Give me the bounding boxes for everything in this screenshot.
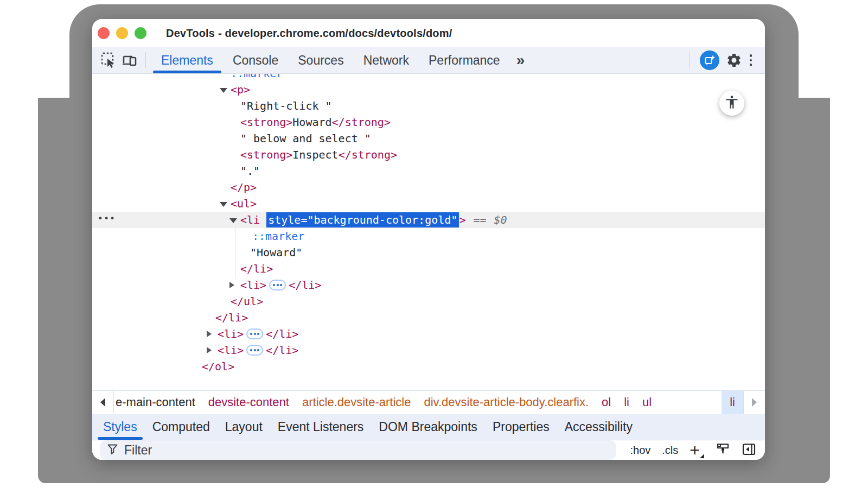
toolbar-right-divider: [690, 52, 690, 68]
ai-assistance-icon[interactable]: [700, 50, 719, 70]
tab-layout[interactable]: Layout: [218, 414, 270, 440]
device-toolbar-icon[interactable]: [119, 50, 140, 71]
devtools-toolbar: ElementsConsoleSourcesNetworkPerformance…: [92, 47, 765, 74]
code-tag: </strong>: [339, 148, 397, 161]
dom-node[interactable]: ::marker: [92, 74, 765, 81]
accessibility-icon: [724, 94, 739, 112]
code-tag: <strong>: [240, 148, 292, 161]
code-tag: <li>: [218, 344, 244, 357]
expand-ellipsis-button[interactable]: [246, 328, 263, 339]
expand-arrow-down-icon[interactable]: [220, 88, 227, 93]
dom-node[interactable]: </li>: [92, 309, 765, 326]
settings-gear-icon[interactable]: [724, 50, 744, 71]
dom-node[interactable]: <strong>Howard</strong>: [92, 114, 765, 130]
dom-node[interactable]: </ol>: [92, 358, 765, 375]
new-style-rule-plus-icon[interactable]: +: [690, 441, 704, 459]
breadcrumb-item[interactable]: ol: [602, 395, 611, 409]
window-titlebar: DevTools - developer.chrome.com/docs/dev…: [92, 19, 765, 47]
tab-elements[interactable]: Elements: [151, 47, 223, 73]
filter-field[interactable]: [100, 440, 616, 460]
dom-node[interactable]: <p>: [92, 81, 765, 98]
code-tag: <li>: [218, 327, 244, 340]
dom-tree-panel: ::marker<p>"Right-click "<strong>Howard<…: [92, 74, 765, 390]
breadcrumb-item[interactable]: devsite-content: [208, 395, 289, 409]
breadcrumb-item-selected[interactable]: li: [722, 391, 743, 414]
traffic-light-zoom-button[interactable]: [135, 27, 146, 39]
filter-input[interactable]: [124, 443, 609, 458]
dom-node[interactable]: <li></li>: [92, 277, 765, 293]
tab-dom-breakpoints[interactable]: DOM Breakpoints: [371, 414, 485, 440]
breadcrumb-scroll-left-button[interactable]: [92, 391, 114, 414]
more-tabs-icon[interactable]: »: [510, 53, 531, 68]
code-tag: <li>: [240, 279, 266, 292]
code-tag: <strong>: [240, 116, 292, 129]
inspect-icon[interactable]: [99, 50, 119, 71]
tab-network[interactable]: Network: [354, 47, 419, 73]
expand-arrow-down-icon[interactable]: [220, 202, 227, 207]
node-options-dots-icon[interactable]: •••: [98, 211, 116, 227]
traffic-light-minimize-button[interactable]: [116, 27, 128, 39]
dom-node[interactable]: <strong>Inspect</strong>: [92, 147, 765, 163]
dom-node[interactable]: ".": [92, 163, 765, 179]
code-tag: </li>: [266, 344, 298, 357]
expand-arrow-right-icon[interactable]: [207, 347, 212, 353]
styles-filter-bar: :hov .cls +: [92, 440, 765, 460]
tab-performance[interactable]: Performance: [419, 47, 510, 73]
devtools-window: DevTools - developer.chrome.com/docs/dev…: [92, 19, 765, 460]
styles-panel-tabs: StylesComputedLayoutEvent ListenersDOM B…: [92, 414, 765, 440]
rendering-brush-icon[interactable]: [716, 442, 730, 459]
code-tag: </strong>: [332, 116, 391, 129]
code-tag: </li>: [289, 279, 321, 292]
code-tag: </p>: [231, 181, 257, 194]
tab-properties[interactable]: Properties: [485, 414, 557, 440]
breadcrumb-item[interactable]: article.devsite-article: [302, 395, 411, 409]
dom-node[interactable]: </p>: [92, 179, 765, 195]
breadcrumb: e-main-contentdevsite-contentarticle.dev…: [114, 391, 743, 414]
dom-node[interactable]: "Howard": [92, 244, 765, 261]
code-text: Inspect: [292, 148, 338, 161]
window-title: DevTools - developer.chrome.com/docs/dev…: [166, 27, 452, 40]
code-tag: </li>: [240, 262, 273, 275]
breadcrumb-item[interactable]: ul: [642, 395, 652, 409]
dom-node[interactable]: "Right-click ": [92, 98, 765, 114]
code-tag: </li>: [215, 311, 248, 324]
code-selattr[interactable]: style="background-color:gold": [266, 212, 459, 227]
accessibility-button[interactable]: [719, 91, 744, 116]
traffic-light-close-button[interactable]: [98, 27, 110, 39]
tab-computed[interactable]: Computed: [145, 414, 218, 440]
toggle-classes-button[interactable]: .cls: [662, 444, 678, 457]
code-tag: </li>: [266, 327, 298, 340]
funnel-icon: [107, 444, 118, 457]
tab-event-listeners[interactable]: Event Listeners: [270, 414, 372, 440]
code-text: " below and select ": [240, 132, 371, 145]
dom-node[interactable]: <li></li>: [92, 326, 765, 342]
toggle-sidebar-icon[interactable]: [742, 442, 756, 459]
more-options-kebab-icon[interactable]: [744, 51, 758, 69]
expand-ellipsis-button[interactable]: [246, 345, 263, 356]
breadcrumb-scroll-right-button[interactable]: [743, 391, 765, 414]
expand-arrow-right-icon[interactable]: [229, 282, 234, 288]
dom-node[interactable]: <li></li>: [92, 342, 765, 358]
code-tag: </ul>: [231, 295, 263, 308]
expand-arrow-right-icon[interactable]: [207, 331, 212, 337]
code-dollar: $0: [494, 213, 507, 226]
code-tag: <ul>: [231, 197, 257, 210]
toolbar-divider: [145, 52, 146, 68]
dom-node[interactable]: </ul>: [92, 293, 765, 309]
dom-node[interactable]: <ul>: [92, 195, 765, 212]
expand-arrow-down-icon[interactable]: [229, 218, 237, 223]
breadcrumb-item[interactable]: div.devsite-article-body.clearfix.: [424, 395, 589, 409]
tab-styles[interactable]: Styles: [95, 414, 145, 440]
code-text: "Right-click ": [240, 99, 332, 112]
tab-accessibility[interactable]: Accessibility: [557, 414, 640, 440]
dom-node[interactable]: " below and select ": [92, 130, 765, 147]
dom-node-selected[interactable]: •••<li style="background-color:gold">==$…: [92, 212, 765, 228]
breadcrumb-item[interactable]: li: [624, 395, 629, 409]
expand-ellipsis-button[interactable]: [269, 280, 286, 290]
breadcrumb-item[interactable]: e-main-content: [116, 395, 195, 409]
toggle-hover-state-button[interactable]: :hov: [630, 444, 651, 457]
dom-node[interactable]: </li>: [92, 261, 765, 277]
tab-sources[interactable]: Sources: [288, 47, 353, 73]
dom-node[interactable]: ::marker: [92, 228, 765, 244]
tab-console[interactable]: Console: [223, 47, 288, 73]
